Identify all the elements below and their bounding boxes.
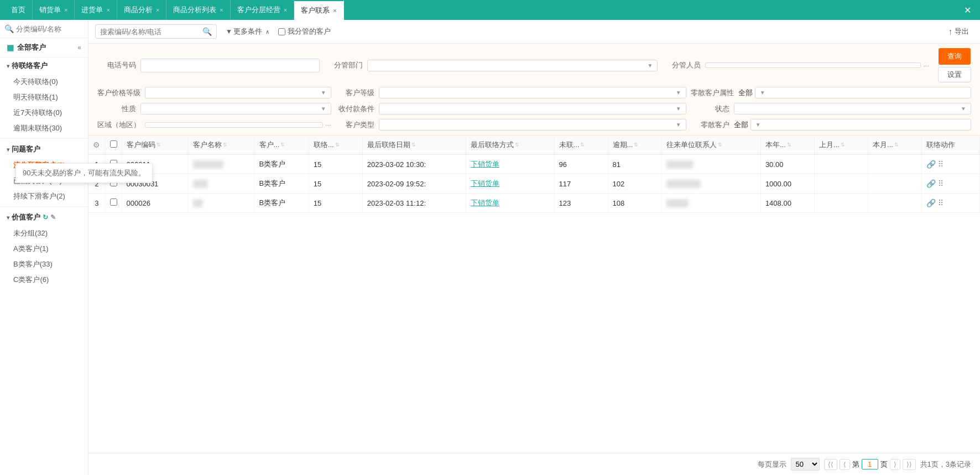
sidebar-item-tomorrow[interactable]: 明天待联络(1) bbox=[0, 90, 88, 105]
row-last-month-0 bbox=[815, 155, 868, 174]
tab-customer-contact[interactable]: 客户联系 × bbox=[294, 0, 343, 20]
th-unlink[interactable]: 未联... ⇅ bbox=[554, 135, 608, 155]
th-overdue[interactable]: 逾期... ⇅ bbox=[608, 135, 661, 155]
th-type[interactable]: 客户... ⇅ bbox=[254, 135, 309, 155]
th-last-month[interactable]: 上月... ⇅ bbox=[815, 135, 868, 155]
filter-more-btn[interactable]: ▼ 更多条件 ∧ bbox=[221, 24, 274, 39]
first-page-btn[interactable]: ⟨⟨ bbox=[824, 459, 837, 470]
tab-customer-layer-label: 客户分层经营 bbox=[237, 5, 280, 15]
sidebar-group-value[interactable]: ▾ 价值客户 ↻ ✎ bbox=[0, 209, 88, 226]
settings-btn[interactable]: 设置 bbox=[938, 67, 971, 82]
tab-purchase[interactable]: 进货单 × bbox=[75, 0, 117, 20]
th-this-month[interactable]: 本月... ⇅ bbox=[868, 135, 922, 155]
per-page-select[interactable]: 50 100 200 bbox=[791, 458, 820, 471]
filter-search-input[interactable] bbox=[100, 28, 200, 36]
action-menu-icon-2[interactable]: ⠿ bbox=[938, 199, 943, 207]
th-last-date[interactable]: 最后联络日期 ⇅ bbox=[362, 135, 466, 155]
th-unit-contact[interactable]: 往来单位联系人 ⇅ bbox=[661, 135, 760, 155]
adv-filter-row-4: 区域（地区） ··· 客户类型 ▼ 零散客户 全部 bbox=[97, 119, 971, 131]
page-input[interactable] bbox=[862, 459, 878, 469]
action-menu-icon-0[interactable]: ⠿ bbox=[938, 160, 943, 169]
filter-bar: 🔍 ▼ 更多条件 ∧ 我分管的客户 ↑ 导出 bbox=[88, 20, 980, 44]
action-link-icon-2[interactable]: 🔗 bbox=[926, 199, 936, 207]
adv-dept-select[interactable]: ▼ bbox=[367, 60, 658, 71]
th-name[interactable]: 客户名称 ⇅ bbox=[188, 135, 254, 155]
sidebar-all-customers[interactable]: ▦ 全部客户 « bbox=[0, 38, 88, 58]
sidebar-item-today-label: 今天待联络(0) bbox=[13, 77, 58, 86]
adv-region-select[interactable] bbox=[145, 122, 323, 128]
sidebar-group-pending[interactable]: ▾ 待联络客户 bbox=[0, 58, 88, 74]
th-this-year[interactable]: 本年... ⇅ bbox=[760, 135, 814, 155]
row-cb-2[interactable] bbox=[110, 199, 117, 206]
sidebar-value-label: 价值客户 bbox=[12, 212, 40, 222]
sidebar-item-today[interactable]: 今天待联络(0) bbox=[0, 74, 88, 90]
adv-phone-input[interactable] bbox=[140, 59, 320, 72]
tab-home[interactable]: 首页 bbox=[4, 0, 33, 20]
tab-bar: 首页 销货单 × 进货单 × 商品分析 × 商品分析列表 × 客户分层经营 × … bbox=[0, 0, 980, 20]
filter-my-customers[interactable]: 我分管的客户 bbox=[278, 27, 331, 36]
tab-analysis-list[interactable]: 商品分析列表 × bbox=[166, 0, 230, 20]
my-customers-checkbox[interactable] bbox=[278, 28, 285, 35]
row-name-2: ██ bbox=[188, 194, 254, 213]
row-last-way-2: 下销货单 bbox=[466, 194, 555, 213]
gear-icon[interactable]: ⚙ bbox=[93, 140, 100, 149]
adv-manager-select[interactable] bbox=[705, 62, 921, 68]
filter-search-icon[interactable]: 🔍 bbox=[202, 27, 212, 36]
action-menu-icon-1[interactable]: ⠿ bbox=[938, 179, 943, 188]
sidebar-item-c-class[interactable]: C类客户(6) bbox=[0, 272, 88, 288]
adv-price-level-select[interactable]: ▼ bbox=[145, 87, 331, 98]
sidebar-problem-label: 问题客户 bbox=[12, 144, 40, 154]
select-all-checkbox[interactable] bbox=[110, 140, 117, 148]
tab-purchase-close[interactable]: × bbox=[106, 7, 110, 13]
adv-gender-select[interactable]: ▼ bbox=[140, 103, 331, 114]
th-name-label: 客户名称 ⇅ bbox=[193, 140, 227, 150]
adv-customer-level-label: 客户等级 bbox=[336, 88, 374, 98]
th-last-way[interactable]: 最后联络方式 ⇅ bbox=[466, 135, 555, 155]
sidebar-item-declining[interactable]: 持续下滑客户(2) bbox=[0, 189, 88, 204]
action-link-icon-1[interactable]: 🔗 bbox=[926, 179, 936, 188]
adv-customer-type-arrow: ▼ bbox=[676, 122, 681, 128]
tab-sales-close[interactable]: × bbox=[64, 7, 67, 13]
th-code[interactable]: 客户编码 ⇅ bbox=[122, 135, 188, 155]
window-close-btn[interactable]: ✕ bbox=[960, 5, 976, 15]
action-link-icon-0[interactable]: 🔗 bbox=[926, 160, 936, 169]
prev-page-btn[interactable]: ⟨ bbox=[840, 459, 850, 470]
sidebar-item-a-class[interactable]: A类客户(1) bbox=[0, 241, 88, 257]
edit-icon[interactable]: ✎ bbox=[50, 213, 56, 221]
adv-filter-row-3: 性质 ▼ 收付款条件 ▼ 状态 bbox=[97, 103, 971, 114]
th-contact[interactable]: 联络... ⇅ bbox=[309, 135, 362, 155]
sidebar-item-ungrouped[interactable]: 未分组(32) bbox=[0, 226, 88, 241]
sidebar-group-problem[interactable]: ▾ 问题客户 bbox=[0, 141, 88, 158]
tab-analysis-list-label: 商品分析列表 bbox=[173, 5, 216, 15]
sidebar-search-input[interactable] bbox=[16, 25, 84, 33]
sidebar-item-7days[interactable]: 近7天待联络(0) bbox=[0, 105, 88, 121]
main-layout: 🔍 ▦ 全部客户 « ▾ 待联络客户 今天待联络(0) 明天待联络(1) 近7天… bbox=[0, 20, 980, 475]
tab-analysis[interactable]: 商品分析 × bbox=[117, 0, 166, 20]
adv-zero-attr-select[interactable]: ▼ bbox=[755, 87, 971, 98]
adv-customer-level-select[interactable]: ▼ bbox=[379, 87, 686, 98]
sort-icon-this-year: ⇅ bbox=[787, 142, 791, 148]
export-btn[interactable]: ↑ 导出 bbox=[944, 24, 973, 39]
tab-analysis-close[interactable]: × bbox=[156, 7, 159, 13]
refresh-icon[interactable]: ↻ bbox=[43, 213, 48, 221]
query-btn[interactable]: 查询 bbox=[939, 48, 971, 65]
adv-payment-select[interactable]: ▼ bbox=[379, 103, 686, 114]
adv-status-select[interactable]: ▼ bbox=[734, 103, 971, 114]
adv-zero-customer-select[interactable]: ▼ bbox=[750, 119, 971, 131]
adv-customer-type-select[interactable]: ▼ bbox=[379, 119, 686, 131]
tab-customer-layer[interactable]: 客户分层经营 × bbox=[231, 0, 294, 20]
table-header: ⚙ 客户编码 ⇅ 客户名称 bbox=[88, 135, 980, 155]
tab-analysis-list-close[interactable]: × bbox=[220, 7, 223, 13]
sidebar-item-overdue[interactable]: 逾期未联络(30) bbox=[0, 121, 88, 136]
sidebar-item-b-class[interactable]: B类客户(33) bbox=[0, 257, 88, 272]
adv-price-level-arrow: ▼ bbox=[321, 90, 326, 96]
next-page-btn[interactable]: ⟩ bbox=[890, 459, 900, 470]
tab-customer-layer-close[interactable]: × bbox=[284, 7, 287, 13]
tab-sales[interactable]: 销货单 × bbox=[33, 0, 75, 20]
adv-manager-dots[interactable]: ··· bbox=[923, 61, 929, 70]
row-last-month-2 bbox=[815, 194, 868, 213]
adv-region-dots[interactable]: ··· bbox=[325, 121, 331, 129]
last-page-btn[interactable]: ⟩⟩ bbox=[903, 459, 916, 470]
tab-customer-contact-close[interactable]: × bbox=[333, 7, 336, 14]
sort-icon-unit-contact: ⇅ bbox=[718, 142, 722, 148]
